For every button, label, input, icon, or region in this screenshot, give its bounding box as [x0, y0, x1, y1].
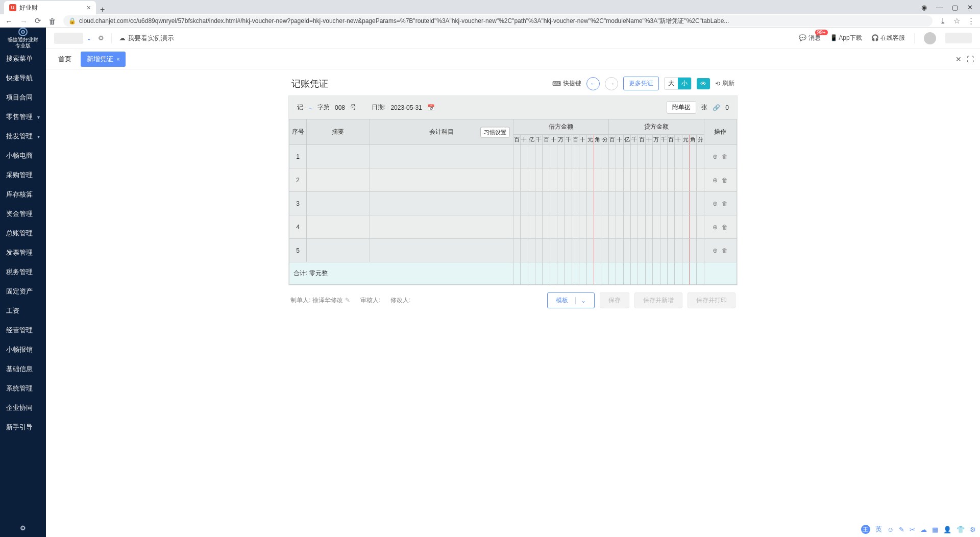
amount-cell[interactable] [690, 145, 697, 168]
service-button[interactable]: 🎧 在线客服 [871, 34, 905, 42]
amount-cell[interactable] [557, 168, 565, 192]
amount-cell[interactable] [521, 239, 528, 262]
sidebar-item-0[interactable]: 搜索菜单 [0, 49, 46, 68]
delete-row-icon[interactable]: 🗑 [722, 224, 728, 231]
summary-cell[interactable] [307, 168, 370, 192]
amount-cell[interactable] [675, 192, 682, 215]
amount-cell[interactable] [660, 192, 667, 215]
amount-cell[interactable] [675, 215, 682, 239]
sidebar-item-6[interactable]: 采购管理 [0, 165, 46, 185]
amount-cell[interactable] [528, 239, 535, 262]
ime-cloud-icon[interactable]: ☁ [920, 526, 927, 533]
subject-cell[interactable] [370, 145, 513, 168]
save-new-button[interactable]: 保存并新增 [634, 292, 682, 308]
amount-cell[interactable] [690, 239, 697, 262]
next-button[interactable]: → [605, 77, 618, 90]
tab-close-icon[interactable]: × [87, 4, 91, 12]
amount-cell[interactable] [616, 215, 623, 239]
sidebar-item-16[interactable]: 基础信息 [0, 359, 46, 379]
amount-cell[interactable] [660, 239, 667, 262]
amount-cell[interactable] [675, 239, 682, 262]
subject-cell[interactable] [370, 192, 513, 215]
amount-cell[interactable] [697, 215, 704, 239]
amount-cell[interactable] [521, 192, 528, 215]
amount-cell[interactable] [550, 192, 557, 215]
ime-scissors-icon[interactable]: ✂ [910, 526, 915, 533]
amount-cell[interactable] [565, 145, 572, 168]
amount-cell[interactable] [572, 239, 579, 262]
amount-cell[interactable] [572, 168, 579, 192]
new-tab-button[interactable]: + [96, 5, 109, 14]
install-icon[interactable]: ⤓ [940, 16, 946, 26]
amount-cell[interactable] [645, 168, 652, 192]
amount-cell[interactable] [586, 239, 594, 262]
amount-cell[interactable] [521, 145, 528, 168]
amount-cell[interactable] [513, 215, 520, 239]
amount-cell[interactable] [623, 145, 630, 168]
amount-cell[interactable] [697, 168, 704, 192]
amount-cell[interactable] [616, 168, 623, 192]
amount-cell[interactable] [601, 215, 609, 239]
ime-smile-icon[interactable]: ☺ [887, 526, 894, 533]
sidebar-item-19[interactable]: 新手引导 [0, 418, 46, 437]
amount-cell[interactable] [653, 239, 660, 262]
trash-icon[interactable]: 🗑 [48, 17, 56, 26]
amount-cell[interactable] [586, 145, 594, 168]
app-download-button[interactable]: 📱 App下载 [830, 34, 862, 42]
amount-cell[interactable] [535, 192, 542, 215]
amount-cell[interactable] [653, 145, 660, 168]
size-big[interactable]: 大 [665, 78, 678, 89]
save-print-button[interactable]: 保存并打印 [688, 292, 736, 308]
delete-row-icon[interactable]: 🗑 [722, 247, 728, 254]
amount-cell[interactable] [543, 145, 550, 168]
ime-grid-icon[interactable]: ▦ [932, 526, 938, 533]
amount-cell[interactable] [557, 239, 565, 262]
amount-cell[interactable] [608, 168, 616, 192]
amount-cell[interactable] [594, 192, 601, 215]
amount-cell[interactable] [690, 168, 697, 192]
chevron-down-icon[interactable]: ⌄ [575, 297, 586, 304]
menu-icon[interactable]: ⋮ [967, 16, 975, 26]
sidebar-item-4[interactable]: 批发管理▾ [0, 127, 46, 146]
amount-cell[interactable] [631, 239, 638, 262]
sidebar-item-10[interactable]: 发票管理 [0, 243, 46, 262]
add-row-icon[interactable]: ⊕ [713, 177, 718, 184]
amount-cell[interactable] [535, 215, 542, 239]
amount-cell[interactable] [550, 215, 557, 239]
amount-cell[interactable] [645, 239, 652, 262]
messages-button[interactable]: 💬 消息 99+ [799, 34, 820, 42]
amount-cell[interactable] [594, 145, 601, 168]
maximize-icon[interactable]: ▢ [952, 4, 958, 11]
amount-cell[interactable] [660, 168, 667, 192]
amount-cell[interactable] [579, 192, 586, 215]
amount-cell[interactable] [513, 192, 520, 215]
amount-cell[interactable] [601, 168, 609, 192]
amount-cell[interactable] [528, 192, 535, 215]
close-window-icon[interactable]: ✕ [967, 4, 973, 11]
amount-cell[interactable] [623, 192, 630, 215]
amount-cell[interactable] [535, 168, 542, 192]
amount-cell[interactable] [667, 168, 674, 192]
amount-cell[interactable] [638, 215, 645, 239]
sidebar-item-15[interactable]: 小畅报销 [0, 340, 46, 359]
tab-close-icon[interactable]: × [116, 56, 119, 62]
summary-cell[interactable] [307, 215, 370, 239]
amount-cell[interactable] [631, 168, 638, 192]
amount-cell[interactable] [528, 215, 535, 239]
amount-cell[interactable] [667, 215, 674, 239]
amount-cell[interactable] [513, 239, 520, 262]
subject-cell[interactable] [370, 239, 513, 262]
calendar-icon[interactable]: 📅 [427, 104, 435, 111]
amount-cell[interactable] [623, 168, 630, 192]
amount-cell[interactable] [660, 215, 667, 239]
sidebar-item-14[interactable]: 经营管理 [0, 321, 46, 340]
amount-cell[interactable] [572, 145, 579, 168]
amount-cell[interactable] [682, 239, 689, 262]
save-button[interactable]: 保存 [600, 292, 629, 308]
ime-lang[interactable]: 英 [875, 525, 882, 534]
sidebar-item-13[interactable]: 工资 [0, 301, 46, 321]
delete-row-icon[interactable]: 🗑 [722, 200, 728, 207]
ime-shirt-icon[interactable]: 👕 [957, 526, 965, 533]
shortcut-button[interactable]: ⌨快捷键 [552, 79, 581, 88]
more-vouchers-button[interactable]: 更多凭证 [623, 77, 659, 90]
